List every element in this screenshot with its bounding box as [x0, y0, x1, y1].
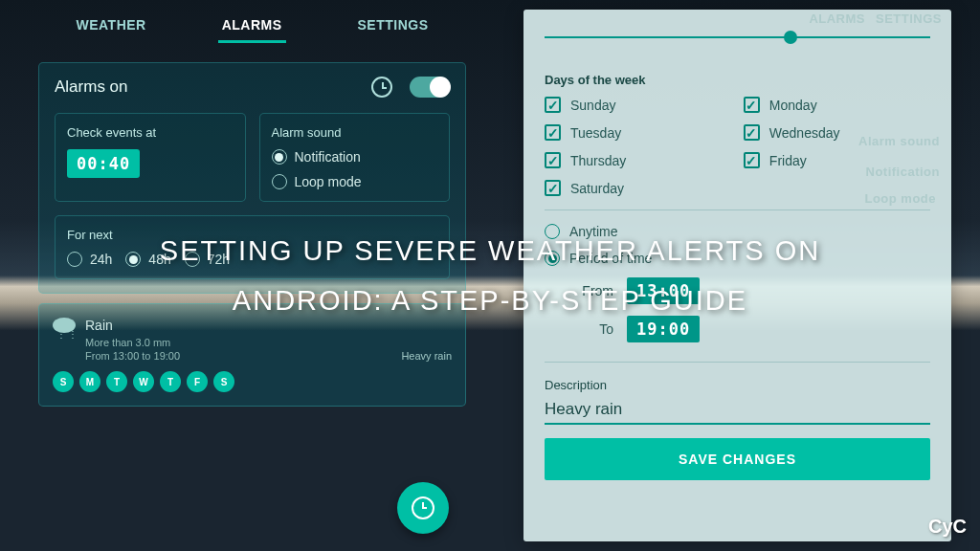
checkbox-icon: ✓ [545, 180, 561, 196]
check-events-label: Check events at [67, 125, 234, 140]
tab-settings[interactable]: SETTINGS [354, 10, 433, 43]
radio-dot-icon [545, 251, 560, 266]
radio-72h[interactable]: 72h [185, 252, 230, 267]
from-time-row: From 13:00 [571, 277, 930, 304]
check-saturday[interactable]: ✓Saturday [545, 180, 717, 196]
days-title: Days of the week [545, 73, 930, 87]
checkbox-icon: ✓ [545, 152, 561, 168]
add-alarm-fab[interactable] [397, 482, 449, 534]
bg-tab-alarms: ALARMS [809, 11, 865, 26]
edit-alarm-panel: Days of the week ✓Sunday ✓Monday ✓Tuesda… [523, 10, 951, 541]
tab-alarms[interactable]: ALARMS [218, 10, 286, 43]
alarm-desc: Heavy rain [401, 350, 452, 362]
checkbox-icon: ✓ [545, 97, 561, 113]
from-time-value[interactable]: 13:00 [627, 277, 700, 304]
check-tuesday[interactable]: ✓Tuesday [545, 124, 717, 141]
tab-weather[interactable]: WEATHER [72, 10, 149, 43]
threshold-slider[interactable] [545, 36, 930, 38]
desc-label: Description [545, 378, 930, 392]
alarm-period: From 13:00 to 19:00 [85, 350, 180, 362]
bg-tab-settings: SETTINGS [876, 11, 942, 26]
checkbox-icon: ✓ [744, 124, 760, 141]
radio-dot-icon [185, 252, 200, 267]
tab-bar: WEATHER ALARMS SETTINGS [38, 0, 466, 53]
save-changes-button[interactable]: SAVE CHANGES [545, 438, 930, 480]
day-chips: S M T W T F S [53, 371, 452, 392]
day-chip: W [133, 371, 154, 392]
radio-notification[interactable]: Notification [272, 149, 438, 165]
alarms-toggle[interactable] [410, 77, 450, 98]
alarm-sound-card: Alarm sound Notification Loop mode [259, 113, 451, 202]
day-chip: T [106, 371, 127, 392]
checkbox-icon: ✓ [744, 97, 760, 113]
clock-icon [371, 77, 392, 98]
radio-24h[interactable]: 24h [67, 252, 112, 267]
right-screenshot: ALARMS SETTINGS Alarm sound Notification… [504, 0, 980, 551]
check-time-value[interactable]: 00:40 [67, 149, 140, 178]
radio-48h[interactable]: 48h [125, 252, 170, 267]
alarm-threshold: More than 3.0 mm [85, 337, 452, 348]
check-monday[interactable]: ✓Monday [744, 97, 930, 113]
check-thursday[interactable]: ✓Thursday [545, 152, 717, 168]
radio-dot-icon [272, 149, 287, 165]
alarm-title: Rain [85, 318, 113, 333]
description-input[interactable] [545, 396, 930, 425]
alarm-clock-icon [412, 496, 434, 519]
for-next-label: For next [67, 228, 437, 242]
bg-hint: Alarm sound [858, 134, 940, 148]
bg-hint: Notification [866, 165, 941, 179]
radio-dot-icon [125, 252, 141, 267]
radio-period[interactable]: Period of time [545, 251, 930, 266]
slider-thumb-icon[interactable] [784, 31, 797, 44]
check-events-card: Check events at 00:40 [55, 113, 246, 202]
for-next-card: For next 24h 48h 72h [55, 215, 450, 279]
radio-anytime[interactable]: Anytime [545, 224, 930, 239]
radio-loop[interactable]: Loop mode [272, 174, 438, 189]
day-chip: S [53, 371, 74, 392]
day-chip: T [160, 371, 181, 392]
watermark: CyC [928, 516, 967, 538]
day-chip: F [187, 371, 208, 392]
checkbox-icon: ✓ [744, 152, 760, 168]
alarm-item-rain[interactable]: Rain More than 3.0 mm From 13:00 to 19:0… [38, 303, 466, 407]
radio-dot-icon [272, 174, 287, 189]
divider [545, 362, 930, 363]
alarms-card: Alarms on Check events at 00:40 Alarm so… [38, 62, 466, 294]
day-chip: S [213, 371, 234, 392]
rain-icon [53, 318, 76, 333]
bg-hint: Loop mode [864, 191, 936, 206]
day-chip: M [79, 371, 100, 392]
alarm-sound-label: Alarm sound [272, 125, 438, 140]
check-sunday[interactable]: ✓Sunday [545, 97, 717, 113]
radio-dot-icon [545, 224, 560, 239]
to-time-value[interactable]: 19:00 [627, 316, 700, 342]
checkbox-icon: ✓ [545, 124, 561, 141]
to-time-row: To 19:00 [571, 316, 930, 342]
alarms-on-label: Alarms on [55, 77, 128, 97]
radio-dot-icon [67, 252, 82, 267]
left-screenshot: WEATHER ALARMS SETTINGS Alarms on Check … [0, 0, 504, 551]
divider [545, 209, 930, 210]
